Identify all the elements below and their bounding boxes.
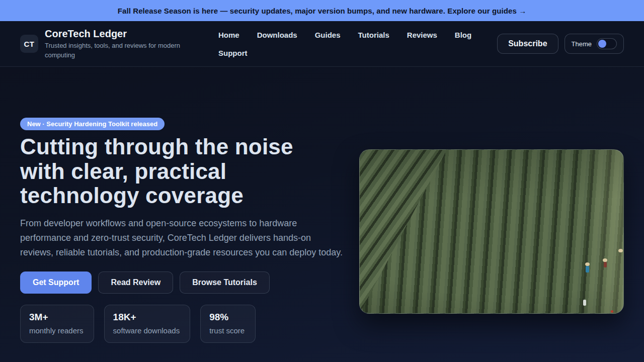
stat-card-readers: 3M+ monthly readers bbox=[20, 305, 94, 343]
site-logo[interactable]: CT bbox=[20, 35, 38, 53]
nav-item-home[interactable]: Home bbox=[218, 31, 239, 39]
release-badge: New · Security Hardening Toolkit release… bbox=[20, 118, 165, 130]
theme-toggle[interactable] bbox=[597, 38, 617, 49]
brand: CT CoreTech Ledger Trusted insights, too… bbox=[20, 28, 218, 60]
theme-label: Theme bbox=[572, 40, 592, 48]
site-title: CoreTech Ledger bbox=[45, 28, 186, 40]
image-detail-basket bbox=[583, 300, 586, 306]
nav-item-downloads[interactable]: Downloads bbox=[257, 31, 297, 39]
stat-label: monthly readers bbox=[29, 326, 84, 335]
nav-item-reviews[interactable]: Reviews bbox=[407, 31, 437, 39]
browse-tutorials-button[interactable]: Browse Tutorials bbox=[180, 272, 270, 294]
stat-value: 3M+ bbox=[29, 312, 84, 323]
theme-toggle-knob bbox=[598, 40, 606, 48]
cta-row: Get Support Read Review Browse Tutorials bbox=[20, 272, 347, 294]
read-review-button[interactable]: Read Review bbox=[98, 272, 173, 294]
stat-value: 98% bbox=[209, 312, 245, 323]
get-support-button[interactable]: Get Support bbox=[20, 272, 92, 294]
announcement-text[interactable]: Fall Release Season is here — security u… bbox=[118, 7, 527, 15]
nav-item-support[interactable]: Support bbox=[218, 49, 248, 57]
image-detail-worker-red bbox=[604, 262, 607, 267]
image-detail-worker-hat bbox=[603, 258, 607, 262]
hero-content: New · Security Hardening Toolkit release… bbox=[20, 118, 347, 343]
hero-section: New · Security Hardening Toolkit release… bbox=[0, 67, 644, 343]
stat-card-downloads: 18K+ software downloads bbox=[104, 305, 191, 343]
stat-label: trust score bbox=[209, 326, 245, 335]
nav-item-blog[interactable]: Blog bbox=[455, 31, 471, 39]
hero-description: From developer workflows and open-source… bbox=[20, 216, 346, 260]
brand-text: CoreTech Ledger Trusted insights, tools,… bbox=[45, 28, 186, 60]
image-detail-red-speck bbox=[611, 310, 613, 313]
image-detail-worker-hat bbox=[585, 262, 590, 266]
site-header: CT CoreTech Ledger Trusted insights, too… bbox=[0, 21, 644, 67]
stats-row: 3M+ monthly readers 18K+ software downlo… bbox=[20, 305, 347, 343]
image-detail-worker-blue bbox=[586, 266, 589, 273]
image-detail-worker-hat bbox=[618, 249, 623, 252]
stat-label: software downloads bbox=[113, 326, 180, 335]
announcement-banner[interactable]: Fall Release Season is here — security u… bbox=[0, 0, 644, 21]
main-nav: Home Downloads Guides Tutorials Reviews … bbox=[218, 31, 493, 57]
hero-heading: Cutting through the noise with clear, pr… bbox=[20, 135, 342, 208]
site-tagline: Trusted insights, tools, and reviews for… bbox=[45, 41, 186, 60]
nav-item-guides[interactable]: Guides bbox=[315, 31, 341, 39]
stat-card-trust: 98% trust score bbox=[200, 305, 256, 343]
theme-control: Theme bbox=[565, 34, 624, 54]
header-actions: Subscribe Theme bbox=[497, 34, 624, 54]
stat-value: 18K+ bbox=[113, 312, 180, 323]
subscribe-button[interactable]: Subscribe bbox=[497, 34, 558, 54]
hero-image-tea-plantation bbox=[359, 149, 624, 314]
nav-item-tutorials[interactable]: Tutorials bbox=[358, 31, 389, 39]
